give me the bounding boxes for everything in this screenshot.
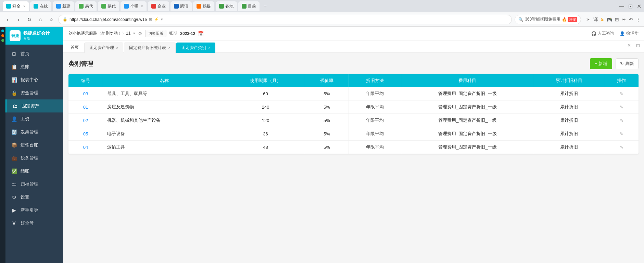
browser-tab-6[interactable]: 个税 × xyxy=(121,1,147,11)
url-dropdown-icon[interactable]: ▾ xyxy=(161,17,163,22)
browser-tab-1[interactable]: 在线 xyxy=(30,1,51,11)
cell-id-1: 01 xyxy=(68,100,103,114)
cell-months-1: 240 xyxy=(226,100,305,114)
calendar-icon[interactable]: 📅 xyxy=(198,31,204,36)
sidebar-item-salary[interactable]: 👤 工资 xyxy=(5,112,63,125)
cell-months-2: 120 xyxy=(226,114,305,127)
browser-close-button[interactable]: ✕ xyxy=(637,3,641,10)
sidebar-item-tax[interactable]: 💼 税务管理 xyxy=(5,152,63,165)
browser-tabs-bar: 好全 × 在线 新建 易代 易代 个税 × 企业 腾讯 畅提 各地 目前 xyxy=(0,0,644,12)
sidebar-item-home[interactable]: ⊞ 首页 xyxy=(5,47,63,60)
grid-icon[interactable]: ⊞ xyxy=(615,17,619,22)
sidebar-item-settings[interactable]: ⚙ 设置 xyxy=(5,191,63,204)
sidebar-item-fixed-assets[interactable]: 🗂 固定资产 xyxy=(5,99,63,112)
reports-icon: 📊 xyxy=(11,77,17,83)
translate-icon[interactable]: 译 xyxy=(593,16,598,23)
sidebar-item-archive[interactable]: 🗃 归档管理 xyxy=(5,178,63,191)
consultant-button[interactable]: 🎧 人工咨询 xyxy=(591,31,614,36)
edit-icon-0[interactable]: ✎ xyxy=(620,91,623,96)
brightness-icon[interactable]: ☀ xyxy=(622,17,626,22)
user-dropdown-icon[interactable]: ▾ xyxy=(133,31,135,36)
sidebar-item-invoice[interactable]: 🧾 发票管理 xyxy=(5,125,63,139)
tab-window-close-icon[interactable]: ✕ xyxy=(626,42,632,49)
app-container: 畅捷 畅捷通好会计 专版 ⊞ 首页 📋 总账 📊 报表中心 🔒 资金管理 xyxy=(0,27,644,263)
headset-icon: 🎧 xyxy=(591,31,596,36)
accent-dot-1 xyxy=(1,29,4,32)
sidebar-item-ledger[interactable]: 📋 总账 xyxy=(5,60,63,73)
user-profile-button[interactable]: 👤 徐泽华 xyxy=(620,31,639,36)
browser-tab-8[interactable]: 腾讯 xyxy=(171,1,192,11)
url-text: https://cloud.chanjet.com/accounting/uw1… xyxy=(70,17,147,22)
sidebar-item-reports[interactable]: 📊 报表中心 xyxy=(5,73,63,86)
browser-tab-3[interactable]: 易代 xyxy=(75,1,97,11)
cell-name-4: 运输工具 xyxy=(103,141,226,154)
bookmark-button[interactable]: ☆ xyxy=(47,15,55,24)
browser-tab-4[interactable]: 易代 xyxy=(98,1,119,11)
header-actions: + 新增 ↻ 刷新 xyxy=(590,58,639,69)
forward-button[interactable]: › xyxy=(14,15,23,24)
browser-tab-2[interactable]: 新建 xyxy=(53,1,74,11)
sidebar-item-more[interactable]: V 好全号 xyxy=(5,217,63,230)
table-header: 编号 名称 使用期限（月） 残值率 折旧方法 费用科目 累计折旧科目 操作 xyxy=(68,74,639,87)
table-row: 05 电子设备 36 5% 年限平均 管理费用_固定资产折旧_一级 累计折旧 ✎ xyxy=(68,127,639,141)
sidebar-item-checkout[interactable]: ✅ 结账 xyxy=(5,165,63,178)
col-header-name: 名称 xyxy=(103,74,226,87)
breadcrumb-tab-depreciation-close[interactable]: × xyxy=(168,46,170,50)
tab-window-restore-icon[interactable]: ⊡ xyxy=(634,42,641,49)
settings-gear-icon[interactable]: ⚙ xyxy=(138,31,142,36)
breadcrumb-tab-fixed-mgmt-close[interactable]: × xyxy=(116,46,118,50)
browser-min-button[interactable]: — xyxy=(619,3,624,9)
scissors-icon[interactable]: ✂ xyxy=(586,17,591,22)
browser-tab-close[interactable]: × xyxy=(23,4,25,8)
table-row: 01 房屋及建筑物 240 5% 年限平均 管理费用_固定资产折旧_一级 累计折… xyxy=(68,100,639,114)
breadcrumb-tab-depreciation[interactable]: 固定资产折旧统计表 × xyxy=(124,43,175,53)
search-bar[interactable]: 🔍 360智能抠图免费用 🔥 热搜 xyxy=(515,15,581,24)
cell-expense-0: 管理费用_固定资产折旧_一级 xyxy=(401,87,534,100)
edit-icon-2[interactable]: ✎ xyxy=(620,118,623,123)
refresh-table-button[interactable]: ↻ 刷新 xyxy=(616,58,639,69)
undo-icon[interactable]: ↶ xyxy=(629,17,633,22)
breadcrumb-tab-category-close[interactable]: × xyxy=(208,46,210,50)
sidebar-app-name: 畅捷通好会计 xyxy=(23,31,50,36)
sidebar-item-label-fixed-assets: 固定资产 xyxy=(22,103,39,109)
hot-label: 热搜 xyxy=(568,17,577,22)
game-icon[interactable]: 🎮 xyxy=(606,17,612,22)
back-button[interactable]: ‹ xyxy=(3,15,12,24)
home-browser-button[interactable]: ⌂ xyxy=(36,15,45,24)
browser-max-button[interactable]: ⊡ xyxy=(628,3,633,10)
sidebar-item-funds[interactable]: 🔒 资金管理 xyxy=(5,86,63,99)
switch-version-button[interactable]: 切换旧版 xyxy=(145,30,166,37)
breadcrumb-depreciation-label: 固定资产折旧统计表 xyxy=(129,45,166,51)
browser-new-tab-button[interactable]: + xyxy=(261,3,269,9)
cell-action-1: ✎ xyxy=(604,100,639,114)
browser-tab-9[interactable]: 畅提 xyxy=(193,1,214,11)
add-button[interactable]: + 新增 xyxy=(590,58,612,69)
breadcrumb-tab-category[interactable]: 固定资产类别 × xyxy=(176,43,215,53)
more-icon[interactable]: ⋮ xyxy=(636,17,641,22)
currency-icon[interactable]: ¥ xyxy=(601,17,604,22)
breadcrumb-tab-home[interactable]: 首页 xyxy=(66,43,84,53)
refresh-browser-button[interactable]: ↻ xyxy=(25,15,34,24)
cell-id-3: 05 xyxy=(68,127,103,141)
sidebar-item-guide[interactable]: ▶ 新手引导 xyxy=(5,204,63,217)
sidebar-item-inventory[interactable]: 📦 进销台账 xyxy=(5,139,63,152)
breadcrumb-tab-fixed-mgmt[interactable]: 固定资产管理 × xyxy=(84,43,123,53)
edit-icon-1[interactable]: ✎ xyxy=(620,105,623,110)
browser-tab-7[interactable]: 企业 xyxy=(148,1,169,11)
url-input[interactable]: 🔒 https://cloud.chanjet.com/accounting/u… xyxy=(58,15,512,24)
browser-tab-10[interactable]: 各地 xyxy=(216,1,237,11)
browser-tab-active[interactable]: 好全 × xyxy=(3,1,29,11)
sidebar: 畅捷 畅捷通好会计 专版 ⊞ 首页 📋 总账 📊 报表中心 🔒 资金管理 xyxy=(5,27,63,263)
funds-icon: 🔒 xyxy=(11,90,17,96)
cell-accum-3: 累计折旧 xyxy=(534,127,604,141)
edit-icon-4[interactable]: ✎ xyxy=(620,145,623,150)
cell-method-4: 年限平均 xyxy=(349,141,401,154)
sidebar-item-label-guide: 新手引导 xyxy=(21,207,38,213)
browser-tab-6-close[interactable]: × xyxy=(141,4,143,8)
sidebar-nav: ⊞ 首页 📋 总账 📊 报表中心 🔒 资金管理 🗂 固定资产 👤 工资 xyxy=(5,45,63,263)
fixed-assets-icon: 🗂 xyxy=(12,103,18,109)
browser-tab-11[interactable]: 目前 xyxy=(238,1,260,11)
url-expand-icon: ⊞ xyxy=(149,17,152,22)
edit-icon-3[interactable]: ✎ xyxy=(620,131,623,136)
period-label: 账期 xyxy=(169,31,177,36)
